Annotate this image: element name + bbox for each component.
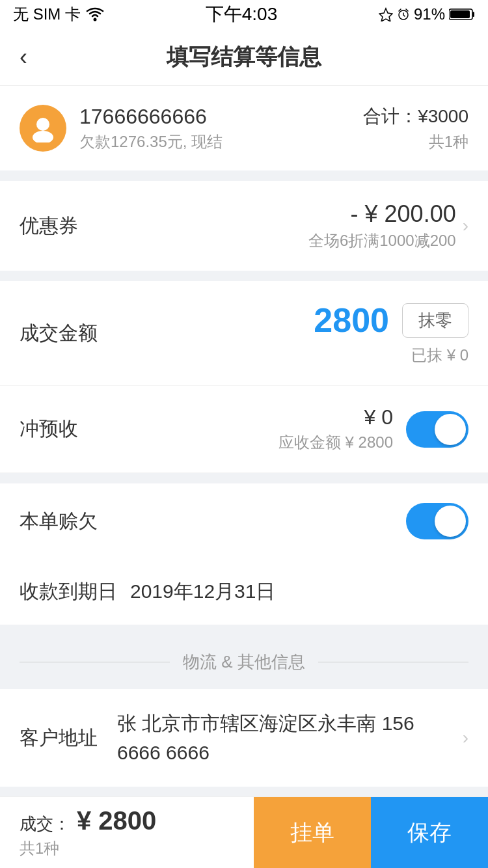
avatar [20, 105, 66, 152]
bottom-bar: 成交： ¥ 2800 共1种 挂单 保存 [0, 796, 488, 868]
prepay-receivable: 应收金额 ¥ 2800 [278, 432, 393, 453]
debt-row: 本单赊欠 [0, 483, 488, 559]
deal-number: 2800 [314, 301, 389, 340]
prepay-amount: ¥ 0 [278, 405, 393, 429]
logistics-separator: 物流 & 其他信息 [0, 635, 488, 689]
prepay-row: 冲预收 ¥ 0 应收金额 ¥ 2800 [0, 386, 488, 473]
deal-amount-center: 2800 抹零 [314, 301, 468, 340]
deal-sub-text: 已抹 ¥ 0 [411, 345, 468, 366]
svg-rect-3 [472, 12, 474, 17]
coupon-chevron-icon: › [463, 215, 468, 236]
bottom-deal-types: 共1种 [20, 838, 234, 859]
status-time: 下午4:03 [206, 2, 278, 27]
customer-phone: 17666666666 [79, 105, 223, 129]
due-date-label: 收款到期日 [20, 578, 117, 605]
bottom-deal-prefix: 成交： [20, 813, 70, 835]
alarm-icon [397, 8, 410, 21]
nav-bar: ‹ 填写结算等信息 [0, 29, 488, 86]
svg-point-6 [33, 131, 53, 142]
coupon-amount: - ¥ 200.00 [351, 200, 456, 228]
debt-toggle[interactable] [406, 503, 468, 539]
address-content: 张 北京市市辖区海淀区永丰南 156 6666 6666 [117, 709, 456, 767]
total-amount: 合计：¥3000 [363, 104, 468, 129]
deal-amount-section: 成交金额 2800 抹零 已抹 ¥ 0 冲预收 ¥ 0 应收金额 ¥ 2800 [0, 281, 488, 473]
status-right: 91% [379, 5, 475, 23]
bottom-deal-label: 成交： ¥ 2800 [20, 806, 234, 835]
sep-line-left [20, 662, 170, 662]
hang-order-button[interactable]: 挂单 [254, 797, 371, 869]
svg-point-0 [94, 18, 97, 21]
deal-amount-row: 成交金额 2800 抹零 已抹 ¥ 0 [0, 281, 488, 386]
wifi-icon [86, 7, 104, 21]
status-bar: 无 SIM 卡 下午4:03 91% [0, 0, 488, 29]
prepay-toggle[interactable] [406, 411, 468, 448]
address-row[interactable]: 客户地址 张 北京市市辖区海淀区永丰南 156 6666 6666 › [0, 689, 488, 787]
prepay-amount-info: ¥ 0 应收金额 ¥ 2800 [278, 405, 393, 453]
prepay-right: ¥ 0 应收金额 ¥ 2800 [278, 405, 468, 453]
customer-left: 17666666666 欠款1276.35元, 现结 [20, 105, 223, 152]
prepay-label: 冲预收 [20, 416, 78, 442]
content-area: 17666666666 欠款1276.35元, 现结 合计：¥3000 共1种 … [0, 86, 488, 868]
svg-rect-4 [450, 10, 470, 18]
customer-total: 合计：¥3000 共1种 [363, 104, 468, 152]
battery-percent: 91% [414, 5, 445, 23]
bottom-deal-info: 成交： ¥ 2800 共1种 [0, 806, 254, 859]
debt-section: 本单赊欠 收款到期日 2019年12月31日 [0, 483, 488, 625]
address-chevron-icon: › [463, 727, 468, 748]
page-title: 填写结算等信息 [167, 42, 321, 72]
section-divider-3 [0, 625, 488, 635]
due-date-value: 2019年12月31日 [130, 578, 275, 605]
battery-icon [449, 8, 475, 21]
coupon-value: - ¥ 200.00 全场6折满1000减200 [308, 200, 456, 251]
debt-label: 本单赊欠 [20, 508, 98, 535]
deal-amount-right: 2800 抹零 已抹 ¥ 0 [314, 301, 468, 366]
sim-status: 无 SIM 卡 [13, 4, 81, 25]
customer-card: 17666666666 欠款1276.35元, 现结 合计：¥3000 共1种 [0, 86, 488, 170]
deal-amount-label: 成交金额 [20, 320, 98, 347]
due-date-row: 收款到期日 2019年12月31日 [0, 559, 488, 625]
logistics-text: 物流 & 其他信息 [170, 651, 318, 673]
coupon-section: 优惠券 - ¥ 200.00 全场6折满1000减200 › [0, 181, 488, 271]
section-divider-1 [0, 271, 488, 281]
avatar-icon [29, 114, 57, 142]
coupon-label: 优惠券 [20, 213, 78, 239]
status-left: 无 SIM 卡 [13, 4, 104, 25]
coupon-right: - ¥ 200.00 全场6折满1000减200 › [308, 200, 468, 251]
svg-point-5 [36, 118, 49, 131]
coupon-desc: 全场6折满1000减200 [308, 230, 456, 251]
customer-debt: 欠款1276.35元, 现结 [79, 131, 223, 152]
round-zero-button[interactable]: 抹零 [402, 303, 468, 338]
section-divider-2 [0, 473, 488, 483]
save-button[interactable]: 保存 [371, 797, 488, 869]
address-label: 客户地址 [20, 725, 98, 752]
back-button[interactable]: ‹ [20, 44, 59, 71]
location-icon [379, 7, 393, 21]
customer-info: 17666666666 欠款1276.35元, 现结 [79, 105, 223, 152]
coupon-row[interactable]: 优惠券 - ¥ 200.00 全场6折满1000减200 › [0, 181, 488, 271]
bottom-deal-amount: ¥ 2800 [77, 806, 156, 835]
total-types: 共1种 [363, 131, 468, 152]
sep-line-right [318, 662, 468, 662]
